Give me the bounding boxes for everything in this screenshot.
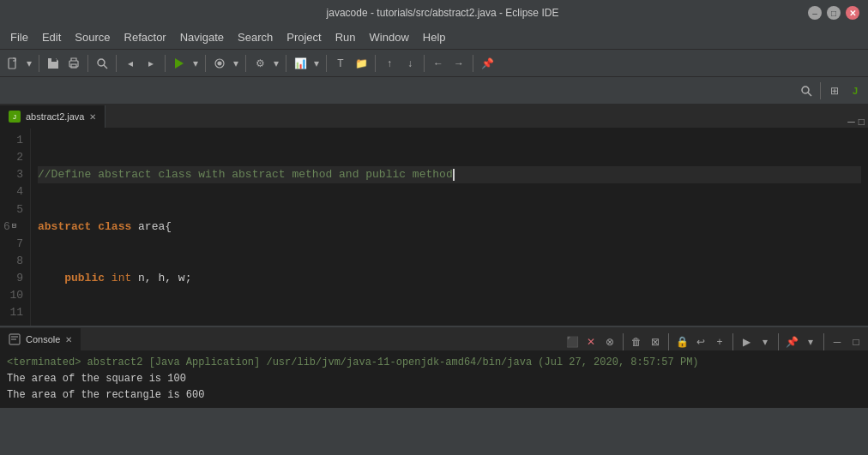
maximize-editor-button[interactable]: □ bbox=[859, 116, 865, 128]
external-tools-dropdown[interactable]: ▾ bbox=[271, 54, 281, 73]
console-output-line1: The area of the square is 100 bbox=[7, 371, 861, 387]
svg-rect-0 bbox=[9, 58, 15, 69]
line-num-6: 6⊟ bbox=[3, 219, 23, 236]
console-new-console-button[interactable]: + bbox=[711, 333, 728, 350]
save-button[interactable] bbox=[44, 54, 63, 73]
console-output: <terminated> abstract2 [Java Application… bbox=[0, 351, 868, 408]
menu-run[interactable]: Run bbox=[329, 27, 363, 47]
line-num-2: 2 bbox=[3, 149, 23, 166]
console-icon bbox=[9, 333, 21, 345]
minimize-editor-button[interactable]: ─ bbox=[847, 116, 855, 128]
console-tab-close-button[interactable]: ✕ bbox=[65, 335, 72, 344]
run-button[interactable] bbox=[170, 54, 189, 73]
line-num-3: 3 bbox=[3, 166, 23, 183]
editor-tab-close[interactable]: ✕ bbox=[89, 112, 96, 122]
titlebar: javacode - tutorials/src/abstract2.java … bbox=[0, 0, 868, 26]
svg-rect-2 bbox=[71, 64, 76, 68]
forward-button[interactable]: → bbox=[449, 54, 468, 73]
svg-point-7 bbox=[218, 62, 221, 65]
console-minimize-button[interactable]: ─ bbox=[829, 333, 846, 350]
console-open-console-button[interactable]: ▶ bbox=[738, 333, 755, 350]
editor-tab-bar: J abstract2.java ✕ ─ □ bbox=[0, 105, 868, 129]
run-dropdown-button[interactable]: ▾ bbox=[190, 54, 201, 73]
console-terminate-button[interactable]: ✕ bbox=[582, 333, 600, 350]
close-button[interactable]: ✕ bbox=[846, 6, 859, 20]
print-button[interactable] bbox=[64, 54, 83, 73]
console-maximize-button[interactable]: □ bbox=[847, 333, 865, 350]
external-tools-button[interactable]: ⚙ bbox=[250, 54, 269, 73]
console-pin-button[interactable]: 📌 bbox=[783, 333, 800, 350]
menu-project[interactable]: Project bbox=[280, 27, 328, 47]
svg-marker-5 bbox=[175, 58, 184, 69]
java-perspective-button[interactable]: J bbox=[846, 81, 865, 100]
console-terminated-line: <terminated> abstract2 [Java Application… bbox=[7, 355, 861, 371]
line-num-5: 5 bbox=[3, 201, 23, 219]
back-button[interactable]: ← bbox=[429, 54, 448, 73]
open-perspective-button[interactable]: ⊞ bbox=[825, 81, 844, 100]
search-icon-button[interactable] bbox=[93, 54, 112, 73]
menu-refactor[interactable]: Refactor bbox=[118, 27, 173, 47]
line-num-10: 10 bbox=[3, 287, 23, 304]
console-remove-all-button[interactable]: ⊠ bbox=[647, 333, 664, 350]
line-num-1: 1 bbox=[3, 132, 23, 149]
next-edit-button[interactable]: ▸ bbox=[142, 54, 160, 73]
previous-annotation-button[interactable]: ↑ bbox=[380, 54, 399, 73]
menu-search[interactable]: Search bbox=[231, 27, 280, 47]
svg-line-4 bbox=[104, 65, 107, 69]
console-pin-dropdown[interactable]: ▾ bbox=[802, 333, 819, 350]
open-type-button[interactable]: T bbox=[331, 54, 350, 73]
console-open-dropdown[interactable]: ▾ bbox=[756, 333, 774, 350]
line-num-4: 4 bbox=[3, 183, 23, 201]
maximize-button[interactable]: □ bbox=[827, 6, 841, 20]
console-suspend-button[interactable]: ⬛ bbox=[564, 333, 581, 350]
menu-navigate[interactable]: Navigate bbox=[173, 27, 231, 47]
coverage-button[interactable]: 📊 bbox=[291, 54, 310, 73]
line-numbers: 1 2 3 4 5 6⊟ 7 8 9 10 11 12 13 bbox=[0, 129, 31, 326]
editor-tab-label: abstract2.java bbox=[26, 111, 84, 122]
search-toolbar-button[interactable] bbox=[797, 81, 816, 100]
menu-help[interactable]: Help bbox=[416, 27, 453, 47]
debug-dropdown-button[interactable]: ▾ bbox=[231, 54, 241, 73]
editor-tab-abstract2[interactable]: J abstract2.java ✕ bbox=[0, 105, 105, 128]
line-num-11: 11 bbox=[3, 304, 23, 321]
code-line-3: public int n, h, w; bbox=[38, 270, 861, 287]
code-line-1: //Define abstract class with abstract me… bbox=[38, 166, 861, 183]
menu-window[interactable]: Window bbox=[363, 27, 416, 47]
console-area: Console ✕ ⬛ ✕ ⊗ 🗑 ⊠ 🔒 ↩ + ▶ ▾ 📌 ▾ ─ □ bbox=[0, 326, 868, 408]
menu-edit[interactable]: Edit bbox=[35, 27, 68, 47]
editor-actions: ─ □ bbox=[844, 116, 868, 128]
titlebar-controls: – □ ✕ bbox=[808, 6, 859, 20]
line-num-12: 12 bbox=[3, 322, 23, 326]
console-scroll-lock-button[interactable]: 🔒 bbox=[673, 333, 690, 350]
console-tab-bar: Console ✕ ⬛ ✕ ⊗ 🗑 ⊠ 🔒 ↩ + ▶ ▾ 📌 ▾ ─ □ bbox=[0, 327, 868, 351]
menu-file[interactable]: File bbox=[3, 27, 35, 47]
minimize-button[interactable]: – bbox=[808, 6, 822, 20]
new-dropdown-button[interactable]: ▾ bbox=[24, 54, 34, 73]
console-word-wrap-button[interactable]: ↩ bbox=[692, 333, 709, 350]
pin-editor-button[interactable]: 📌 bbox=[478, 54, 497, 73]
code-view[interactable]: 1 2 3 4 5 6⊟ 7 8 9 10 11 12 13 //Define … bbox=[0, 129, 868, 326]
code-line-4 bbox=[38, 322, 861, 326]
code-editor[interactable]: //Define abstract class with abstract me… bbox=[31, 129, 868, 326]
titlebar-title: javacode - tutorials/src/abstract2.java … bbox=[77, 7, 808, 19]
console-tab-label: Console bbox=[26, 334, 60, 344]
next-annotation-button[interactable]: ↓ bbox=[401, 54, 419, 73]
line-num-8: 8 bbox=[3, 253, 23, 270]
prev-edit-button[interactable]: ◂ bbox=[121, 54, 140, 73]
svg-point-8 bbox=[802, 87, 809, 93]
console-remove-launches-button[interactable]: 🗑 bbox=[628, 333, 645, 350]
open-resource-button[interactable]: 📁 bbox=[352, 54, 371, 73]
svg-point-3 bbox=[98, 59, 105, 66]
menubar: File Edit Source Refactor Navigate Searc… bbox=[0, 26, 868, 50]
java-file-icon: J bbox=[9, 111, 21, 123]
console-tab[interactable]: Console ✕ bbox=[0, 328, 81, 350]
toolbar-main: ▾ ◂ ▸ ▾ ▾ ⚙ ▾ 📊 ▾ T 📁 ↑ ↓ ← → 📌 bbox=[0, 50, 868, 77]
line-num-9: 9 bbox=[3, 270, 23, 287]
menu-source[interactable]: Source bbox=[68, 27, 117, 47]
debug-button[interactable] bbox=[210, 54, 229, 73]
new-button[interactable] bbox=[3, 54, 22, 73]
coverage-dropdown[interactable]: ▾ bbox=[311, 54, 322, 73]
editor-area: J abstract2.java ✕ ─ □ 1 2 3 4 5 6⊟ 7 8 … bbox=[0, 105, 868, 326]
console-terminate-all-button[interactable]: ⊗ bbox=[601, 333, 618, 350]
console-output-line2: The area of the rectangle is 600 bbox=[7, 387, 861, 404]
